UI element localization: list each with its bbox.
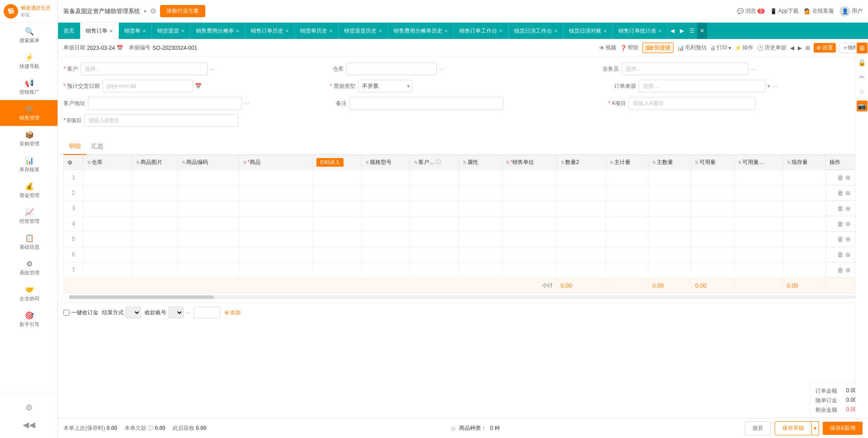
account-select[interactable]: [168, 307, 184, 318]
row-7-available2[interactable]: [734, 262, 783, 278]
row-2-current[interactable]: [783, 185, 825, 201]
tab-next[interactable]: ▶: [677, 23, 687, 39]
row-1-unit[interactable]: [502, 170, 557, 186]
row-6-warehouse[interactable]: [83, 247, 132, 262]
sidebar-item-operations[interactable]: 📈 经营管理: [0, 203, 58, 229]
row-5-image[interactable]: [132, 231, 178, 247]
row-7-delete-btn[interactable]: 🗑: [837, 265, 844, 275]
row-7-copy-btn[interactable]: ⊕: [845, 265, 851, 275]
row-2-unit[interactable]: [502, 185, 557, 201]
row-5-available2[interactable]: [734, 231, 783, 247]
sort-warehouse-icon[interactable]: ⇅: [87, 160, 91, 165]
tab-close-all[interactable]: ✕: [697, 23, 707, 39]
sort-current-icon[interactable]: ⇅: [787, 160, 790, 165]
sidebar-item-finance[interactable]: 💰 资金管理: [0, 178, 58, 203]
row-2-available[interactable]: [691, 185, 734, 201]
row-6-spec[interactable]: [361, 247, 410, 262]
tab-detail[interactable]: 明细: [63, 139, 86, 155]
nav-prev-btn[interactable]: ◀: [790, 45, 794, 51]
sidebar-item-search[interactable]: 🔍 搜索菜单: [0, 23, 58, 48]
row-6-main-unit[interactable]: [606, 247, 648, 262]
row-3-current[interactable]: [783, 201, 825, 216]
sidebar-item-purchase[interactable]: 📦 采购管理: [0, 126, 58, 152]
row-1-customer-code[interactable]: [410, 170, 459, 186]
row-5-available[interactable]: [691, 231, 734, 247]
warehouse-input[interactable]: 成品库: [346, 63, 437, 75]
sort-spec-icon[interactable]: ⇅: [365, 160, 369, 165]
horizontal-scrollbar[interactable]: [69, 295, 857, 299]
system-dropdown-icon[interactable]: ▾: [144, 8, 146, 14]
tab-sales-order-close[interactable]: ✕: [109, 29, 113, 34]
row-3-attr[interactable]: [459, 201, 502, 216]
sidebar-item-inventory[interactable]: 📊 库存核算: [0, 152, 58, 178]
row-6-delete-btn[interactable]: 🗑: [837, 249, 844, 260]
sort-attr-icon[interactable]: ⇅: [463, 160, 466, 165]
tab-sales[interactable]: 销货单 ✕: [119, 23, 152, 39]
row-1-current[interactable]: [783, 170, 825, 186]
calendar-icon[interactable]: 📅: [116, 45, 123, 51]
row-5-attr[interactable]: [459, 231, 502, 247]
order-source-dropdown-icon[interactable]: ▾: [767, 83, 770, 89]
row-4-warehouse[interactable]: [83, 216, 132, 231]
row-6-available[interactable]: [691, 247, 734, 262]
tab-prev[interactable]: ◀: [668, 23, 677, 39]
sort-qty2-icon[interactable]: ⇅: [561, 160, 564, 165]
product-types-icon[interactable]: ⊙: [451, 425, 456, 432]
row-2-main-unit[interactable]: [606, 185, 648, 201]
tab-sales-return-history-close[interactable]: ✕: [378, 29, 382, 34]
row-5-delete-btn[interactable]: 🗑: [837, 234, 844, 245]
right-panel-camera-btn[interactable]: 📷: [857, 101, 868, 111]
sort-image-icon[interactable]: ⇅: [136, 160, 140, 165]
shortcut-btn[interactable]: ⌨ 快捷键: [642, 43, 674, 53]
row-5-current[interactable]: [783, 231, 825, 247]
save-draft-dropdown-btn[interactable]: ▾: [812, 421, 819, 435]
row-5-code[interactable]: [178, 231, 239, 247]
row-4-code[interactable]: [178, 216, 239, 231]
row-3-copy-btn[interactable]: ⊕: [845, 203, 851, 214]
row-4-available[interactable]: [691, 216, 734, 231]
add-account-btn[interactable]: ⊕ 添加: [224, 309, 241, 317]
solution-btn[interactable]: 体验行业方案: [160, 5, 205, 17]
row-7-code[interactable]: [178, 262, 239, 278]
row-4-qty2[interactable]: [557, 216, 606, 231]
row-2-delete-btn[interactable]: 🗑: [837, 188, 844, 198]
sidebar-settings-btn[interactable]: ⚙: [22, 399, 36, 416]
current-order-info-icon[interactable]: ⓘ: [148, 425, 153, 431]
tab-sales-fee-history-close[interactable]: ✕: [444, 29, 448, 34]
order-number-value[interactable]: SO-20230324-001: [152, 45, 197, 51]
row-3-main-qty[interactable]: [649, 201, 691, 216]
tab-sales-close[interactable]: ✕: [142, 29, 146, 34]
address-more-icon[interactable]: ···: [244, 100, 249, 107]
row-6-copy-btn[interactable]: ⊕: [845, 249, 851, 260]
online-service-btn[interactable]: 💁 在线客服: [804, 7, 834, 15]
address-input[interactable]: [88, 97, 242, 110]
row-7-unit[interactable]: [502, 262, 557, 278]
row-5-product[interactable]: [239, 231, 312, 247]
sort-available2-icon[interactable]: ⇅: [738, 160, 742, 165]
delivery-date-input[interactable]: [102, 80, 193, 92]
row-7-product[interactable]: [239, 262, 312, 278]
row-1-attr[interactable]: [459, 170, 502, 186]
row-6-code[interactable]: [178, 247, 239, 262]
profit-btn[interactable]: 📊 毛利预估: [677, 44, 707, 52]
row-3-code[interactable]: [178, 201, 239, 216]
row-4-customer-code[interactable]: [410, 216, 459, 231]
row-1-qty2[interactable]: [557, 170, 606, 186]
grid-view-btn[interactable]: ⊞: [805, 45, 810, 51]
row-4-product[interactable]: [239, 216, 312, 231]
tab-sales-return-close[interactable]: ✕: [181, 29, 184, 34]
tab-sales-workbench-close[interactable]: ✕: [499, 29, 503, 34]
tab-sales-fee-history[interactable]: 销售费用分摊单历史 ✕: [388, 23, 454, 39]
ticket-type-dropdown-icon[interactable]: ▾: [407, 83, 410, 89]
tab-sales-order-history[interactable]: 销售订单历史 ✕: [245, 23, 295, 39]
account-more-icon[interactable]: ···: [185, 309, 190, 316]
quick-pay-checkbox[interactable]: 一键收订金: [63, 309, 98, 317]
row-5-copy-btn[interactable]: ⊕: [845, 234, 851, 245]
row-2-attr[interactable]: [459, 185, 502, 201]
tab-summary[interactable]: 汇总: [86, 139, 109, 155]
row-7-attr[interactable]: [459, 262, 502, 278]
row-5-warehouse[interactable]: [83, 231, 132, 247]
row-7-spec[interactable]: [361, 262, 410, 278]
history-btn[interactable]: 🕐 历史单据: [757, 44, 786, 52]
row-1-product[interactable]: [239, 170, 312, 186]
